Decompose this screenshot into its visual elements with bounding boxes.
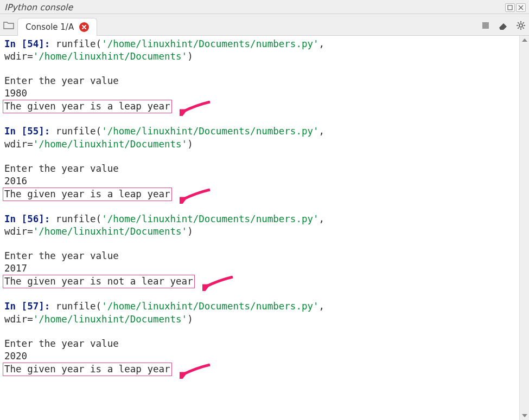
maximize-pane-button[interactable]: [505, 3, 515, 12]
pane-title: IPython console: [4, 2, 73, 12]
svg-line-7: [518, 22, 519, 23]
in-prompt-label: In [: [4, 38, 27, 49]
runfile-path: '/home/linuxhint/Documents/numbers.py': [101, 214, 318, 224]
stdout-result: The given year is not a lear year: [3, 275, 195, 288]
highlighted-output: The given year is a leap year: [4, 363, 172, 376]
vertical-scrollbar[interactable]: [519, 36, 529, 420]
console-cell: In [55]: runfile('/home/linuxhint/Docume…: [4, 125, 515, 150]
chevron-down-icon: [522, 414, 527, 417]
browse-tabs-button[interactable]: [3, 21, 14, 35]
close-tab-button[interactable]: [79, 22, 89, 32]
runfile-wdir: '/home/linuxhint/Documents': [33, 226, 187, 237]
pane-titlebar: IPython console: [0, 0, 529, 14]
chevron-up-icon: [522, 38, 527, 42]
highlighted-output: The given year is a leap year: [4, 100, 172, 113]
runfile-wdir: '/home/linuxhint/Documents': [33, 51, 187, 62]
runfile-wdir: '/home/linuxhint/Documents': [33, 314, 187, 325]
stdout-prompt: Enter the year value: [4, 163, 515, 175]
stdin-value: 2017: [4, 262, 515, 275]
console-tab-label: Console 1/A: [26, 22, 74, 32]
highlighted-output: The given year is not a lear year: [4, 275, 195, 288]
stop-icon: [481, 21, 490, 30]
in-prompt-number: 54: [27, 38, 39, 49]
in-prompt-label: In [: [4, 301, 27, 312]
stdout-prompt: Enter the year value: [4, 338, 515, 350]
stdin-value: 2020: [4, 350, 515, 363]
svg-line-9: [523, 22, 524, 23]
svg-point-2: [519, 24, 522, 27]
in-prompt-label: In [: [4, 126, 27, 137]
in-prompt-number: 56: [27, 214, 39, 224]
folder-icon: [3, 21, 14, 29]
scroll-up-button[interactable]: [520, 36, 529, 44]
svg-line-8: [523, 28, 524, 29]
stop-button[interactable]: [481, 21, 490, 31]
titlebar-controls: [505, 3, 526, 12]
stdout-result: The given year is a leap year: [3, 188, 172, 201]
highlighted-output: The given year is a leap year: [4, 188, 172, 201]
in-prompt-label: In [: [4, 214, 27, 224]
clear-button[interactable]: [498, 21, 508, 31]
console-tab-row: Console 1/A: [0, 14, 529, 36]
stdin-value: 2016: [4, 175, 515, 188]
maximize-icon: [507, 5, 513, 10]
runfile-wdir: '/home/linuxhint/Documents': [33, 139, 187, 150]
svg-line-10: [518, 28, 519, 29]
console-output[interactable]: In [54]: runfile('/home/linuxhint/Docume…: [0, 36, 519, 420]
tabrow-left: Console 1/A: [3, 17, 97, 35]
stdout-result: The given year is a leap year: [3, 363, 172, 376]
in-prompt-number: 55: [27, 126, 39, 137]
tabrow-right: [481, 21, 526, 35]
annotation-arrow-icon: [180, 364, 212, 379]
svg-rect-1: [482, 22, 489, 29]
svg-rect-0: [508, 5, 512, 10]
in-prompt-number: 57: [27, 301, 39, 312]
stdout-prompt: Enter the year value: [4, 75, 515, 87]
stdout-result: The given year is a leap year: [3, 100, 172, 113]
scroll-down-button[interactable]: [520, 411, 529, 420]
runfile-path: '/home/linuxhint/Documents/numbers.py': [101, 301, 318, 312]
gear-icon: [516, 21, 526, 30]
close-pane-button[interactable]: [516, 3, 526, 12]
console-area: In [54]: runfile('/home/linuxhint/Docume…: [0, 36, 529, 420]
console-cell: In [56]: runfile('/home/linuxhint/Docume…: [4, 213, 515, 238]
eraser-icon: [498, 21, 508, 30]
console-cell: In [54]: runfile('/home/linuxhint/Docume…: [4, 38, 515, 63]
options-button[interactable]: [516, 21, 526, 32]
runfile-path: '/home/linuxhint/Documents/numbers.py': [101, 38, 318, 49]
close-icon: [518, 5, 524, 10]
call-fn: runfile: [56, 38, 96, 49]
console-cell: In [57]: runfile('/home/linuxhint/Docume…: [4, 300, 515, 325]
runfile-path: '/home/linuxhint/Documents/numbers.py': [101, 126, 318, 137]
console-tab[interactable]: Console 1/A: [17, 18, 97, 36]
ipython-console-pane: IPython console Console 1/A: [0, 0, 529, 420]
close-icon: [81, 24, 87, 30]
stdout-prompt: Enter the year value: [4, 250, 515, 262]
stdin-value: 1980: [4, 87, 515, 100]
